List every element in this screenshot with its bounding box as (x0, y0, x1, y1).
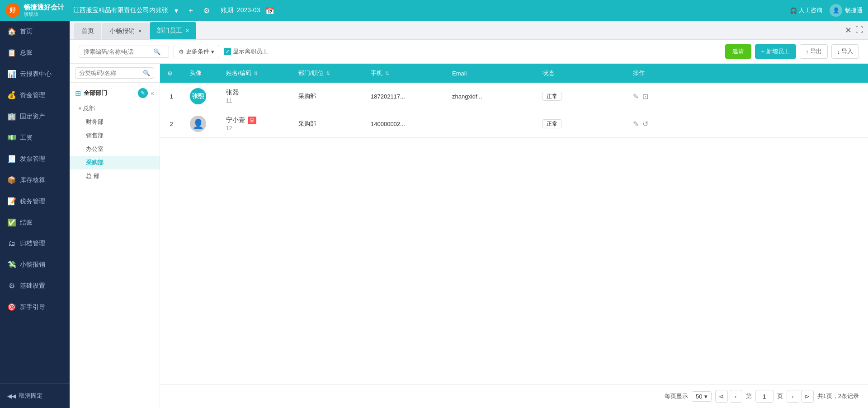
pagination: 每页显示 50 ▾ ⊲ ‹ 第 页 › ⊳ (160, 384, 868, 408)
toolbar: 🔍 ⚙ 更多条件 ▾ ✓ 显示离职员工 邀请 + 新增员工 (70, 40, 868, 64)
col-action: 操作 (626, 64, 868, 83)
service-button[interactable]: 🎧 人工咨询 (790, 6, 822, 14)
edit-icon[interactable]: ✎ (633, 120, 639, 128)
tab-expand-icon[interactable]: ⛶ (855, 25, 863, 35)
filter-button[interactable]: ⚙ 更多条件 ▾ (174, 45, 219, 58)
sidebar-item-tax[interactable]: 📝 税务管理 (0, 191, 70, 212)
dept-item-finance[interactable]: 财务部 (70, 115, 160, 129)
sidebar-item-home[interactable]: 🏠 首页 (0, 21, 70, 42)
payroll-icon: 💵 (7, 133, 16, 142)
logo-icon: 好 (5, 3, 20, 18)
invite-button[interactable]: 邀请 (725, 44, 751, 59)
add-employee-button[interactable]: + 新增员工 (755, 44, 796, 59)
refresh-icon[interactable]: ↺ (642, 120, 648, 128)
sidebar-item-closing[interactable]: ✅ 结账 (0, 212, 70, 233)
prev-page-btn[interactable]: ‹ (730, 390, 742, 403)
dept-search-icon[interactable]: 🔍 (143, 70, 150, 76)
sidebar-item-guide[interactable]: 🎯 新手引导 (0, 296, 70, 318)
row1-avatar-cell: 张熙 (183, 83, 219, 110)
table-panel: ⚙ 头像 姓名/编码 ⇅ 部门/职位 ⇅ (160, 64, 868, 408)
assets-icon: 🏢 (7, 112, 16, 121)
tab-expense[interactable]: 小畅报销 × (102, 23, 149, 39)
dept-item-purchase[interactable]: 采购部 (70, 156, 160, 169)
dept-all-row[interactable]: ⊞ 全部部门 ✎ « (70, 84, 160, 102)
tax-icon: 📝 (7, 197, 16, 206)
col-phone: 手机 ⇅ (363, 64, 445, 83)
sidebar-item-settings[interactable]: ⚙ 基础设置 (0, 275, 70, 296)
toolbar-right: 邀请 + 新增员工 ↑ 导出 ↓ 导入 (725, 44, 859, 59)
dept-collapse-icon[interactable]: « (151, 89, 154, 97)
main-layout: 🏠 首页 📋 总账 📊 云报表中心 💰 资金管理 🏢 固定资产 💵 工资 🧾 发… (0, 21, 868, 408)
dept-search-input[interactable] (79, 70, 138, 76)
search-box: 🔍 (79, 46, 169, 58)
company-dropdown-icon[interactable]: ▾ (172, 5, 181, 16)
sidebar-item-inventory[interactable]: 📦 库存核算 (0, 169, 70, 191)
sidebar-item-fixed-assets[interactable]: 🏢 固定资产 (0, 106, 70, 127)
name-with-badge: 宁小壹 应 (226, 116, 284, 124)
sort-phone-icon[interactable]: ⇅ (385, 70, 389, 76)
row1-dept-cell: 采购部 (291, 83, 363, 110)
page-input[interactable] (755, 390, 774, 403)
unpin-icon: ◀◀ (7, 393, 16, 399)
ying-badge: 应 (248, 117, 256, 124)
per-page-label: 每页显示 (665, 392, 688, 400)
dept-edit-icon[interactable]: ✎ (138, 88, 148, 98)
row1-index: 1 (160, 83, 183, 110)
tab-home[interactable]: 首页 (74, 23, 101, 39)
data-table: ⚙ 头像 姓名/编码 ⇅ 部门/职位 ⇅ (160, 64, 868, 83)
filter-icon: ⚙ (179, 48, 184, 55)
page-label: 第 (746, 392, 752, 400)
sidebar-item-reports[interactable]: 📊 云报表中心 (0, 63, 70, 84)
sort-dept-icon[interactable]: ⇅ (326, 70, 330, 76)
last-page-btn[interactable]: ⊳ (801, 390, 814, 403)
page-size-select[interactable]: 50 ▾ (692, 391, 711, 402)
edit-icon[interactable]: ✎ (633, 92, 639, 101)
period-label: 账期 2023-03 (221, 6, 260, 14)
search-icon[interactable]: 🔍 (153, 48, 160, 55)
dept-arrow-icon: ▾ (79, 105, 81, 112)
sidebar-item-invoice[interactable]: 🧾 发票管理 (0, 148, 70, 169)
sidebar-item-archive[interactable]: 🗂 归档管理 (0, 233, 70, 254)
middle-layout: 🔍 ⊞ 全部部门 ✎ « (70, 64, 868, 408)
dept-item-sales[interactable]: 销售部 (70, 129, 160, 142)
unpin-button[interactable]: ◀◀ 取消固定 (0, 388, 70, 403)
tab-dept-employee[interactable]: 部门员工 × (150, 22, 196, 39)
page-nav: ⊲ ‹ 第 页 › ⊳ (715, 390, 814, 403)
sidebar-item-funds[interactable]: 💰 资金管理 (0, 84, 70, 106)
app-edition: 旗舰版 (24, 11, 64, 17)
settings-nav-icon: ⚙ (7, 281, 16, 290)
show-resigned-checkbox[interactable]: ✓ 显示离职员工 (224, 47, 268, 56)
page-total: 共1页，2条记录 (817, 392, 859, 400)
next-page-btn[interactable]: › (787, 390, 799, 403)
row2-action-cell: ✎ ↺ (626, 110, 868, 138)
tab-dept-close[interactable]: × (186, 28, 189, 34)
dept-group-header-general[interactable]: ▾ 总部 (70, 102, 160, 115)
add-company-icon[interactable]: ＋ (184, 5, 197, 16)
tab-expense-close[interactable]: × (138, 28, 142, 34)
page-size-chevron: ▾ (704, 393, 708, 400)
sort-name-icon[interactable]: ⇅ (254, 70, 258, 76)
export-button[interactable]: ↑ 导出 (800, 44, 828, 59)
import-button[interactable]: ↓ 导入 (831, 44, 859, 59)
sidebar-item-payroll[interactable]: 💵 工资 (0, 127, 70, 148)
dept-item-head[interactable]: 总 部 (70, 169, 160, 183)
settings-icon[interactable]: ⚙ (201, 5, 212, 16)
user-area[interactable]: 👤 畅捷通 (830, 4, 863, 17)
headset-icon: 🎧 (790, 7, 797, 14)
page-content: 🔍 ⚙ 更多条件 ▾ ✓ 显示离职员工 邀请 + 新增员工 (70, 40, 868, 408)
top-header: 好 畅捷通好会计 旗舰版 江西服宝精品有限责任公司内账张 ▾ ＋ ⚙ 账期 20… (0, 0, 868, 21)
tab-close-icon[interactable]: ✕ (845, 25, 852, 35)
dept-item-office[interactable]: 办公室 (70, 142, 160, 156)
first-page-btn[interactable]: ⊲ (715, 390, 728, 403)
logout-icon[interactable]: ⊡ (642, 92, 648, 101)
avatar: 张熙 (190, 88, 206, 104)
col-email: Email (445, 64, 535, 83)
row1-name-cell: 张熙 11 (219, 83, 291, 110)
company-name: 江西服宝精品有限责任公司内账张 (73, 6, 168, 14)
dept-search-inner: 🔍 (75, 67, 154, 79)
sidebar-item-expense[interactable]: 💸 小畅报销 (0, 254, 70, 275)
search-input[interactable] (84, 48, 151, 55)
calendar-icon[interactable]: 📅 (265, 6, 274, 15)
table-settings-icon[interactable]: ⚙ (167, 70, 173, 77)
sidebar-item-general-ledger[interactable]: 📋 总账 (0, 42, 70, 63)
